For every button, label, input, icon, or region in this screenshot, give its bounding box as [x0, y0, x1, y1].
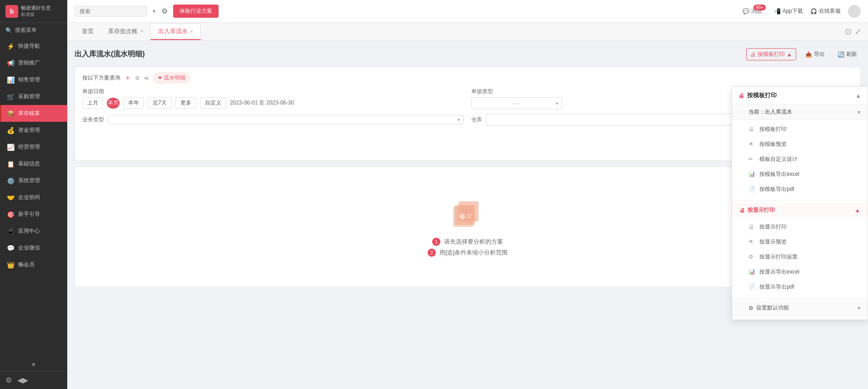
sidebar-footer: ⚙ ◀▶	[0, 371, 67, 389]
topbar-settings-icon[interactable]: ⚙	[161, 7, 168, 15]
sidebar-item-label: 营销推广	[18, 59, 40, 67]
dropdown-title: 按模板打印	[747, 91, 777, 100]
filter-add-icon[interactable]: ＋	[124, 73, 131, 83]
filter-business-label: 业务类型	[82, 116, 104, 124]
tab-home[interactable]: 首页	[75, 24, 101, 40]
display-section-icon: 🖨	[739, 207, 745, 214]
step-1-text: 请先选择要分析的方案	[444, 238, 503, 246]
sidebar-item-guide[interactable]: 🎯 新手引导	[0, 206, 67, 223]
tab-batch-label: 库存批次账	[108, 27, 138, 35]
dropdown-item-template-pdf[interactable]: 📄 按模板导出pdf	[732, 182, 868, 197]
default-section-icon: ⚙	[748, 305, 753, 311]
dropdown-item-template-excel[interactable]: 📊 按模板导出excel	[732, 167, 868, 182]
sidebar-scroll-down[interactable]: ▼	[0, 359, 67, 371]
date-range: 2023-06-01 至 2023-06-30	[230, 99, 294, 107]
tab-home-label: 首页	[82, 27, 94, 35]
dropdown-divider-2	[732, 298, 868, 299]
tab-batch-account[interactable]: 库存批次账 ×	[101, 24, 150, 40]
dropdown-collapse-icon[interactable]: ▲	[855, 92, 861, 99]
date-btn-this-month[interactable]: 本月	[107, 98, 120, 109]
sidebar-item-marketing[interactable]: 📢 营销推广	[0, 55, 67, 71]
sidebar-item-operation[interactable]: 📈 经营管理	[0, 139, 67, 155]
app-download-item[interactable]: 📲 App下载	[774, 7, 803, 15]
industry-btn[interactable]: 体验行业方案	[173, 5, 219, 18]
user-avatar[interactable]	[848, 5, 861, 18]
sidebar-item-label: 采购管理	[18, 93, 40, 100]
svg-rect-5	[467, 217, 470, 218]
step-2-text: 用[选]条件来缩小分析范围	[439, 249, 508, 257]
date-btn-more[interactable]: 更多	[175, 97, 196, 109]
date-btn-this-year[interactable]: 本年	[123, 97, 144, 109]
dropdown-item-template-print[interactable]: 🖨 按模板打印	[732, 122, 868, 137]
tab-flow-close-icon[interactable]: ×	[190, 29, 193, 34]
sidebar-item-sales[interactable]: 📊 销售管理	[0, 71, 67, 88]
sidebar-item-app-center[interactable]: 📱 应用中心	[0, 223, 67, 239]
date-btn-7days[interactable]: 近7天	[148, 97, 172, 109]
export-btn[interactable]: 📤 导出	[802, 49, 828, 60]
search-dropdown-icon[interactable]: ▾	[153, 8, 156, 15]
dropdown-default-section[interactable]: ⚙ 设置默认功能 ▾	[732, 300, 868, 316]
filter-voucher-arrow: ▾	[556, 101, 558, 106]
dropdown-print-icon: 🖨	[738, 92, 744, 99]
dropdown-current[interactable]: 当前：出入库流水 ▾	[732, 105, 868, 120]
search-input[interactable]	[75, 6, 147, 17]
topbar: ▾ ⚙ 体验行业方案 💬 消息 99+ 📲 App下载 🎧 在线客服	[67, 0, 868, 23]
dropdown-display-header[interactable]: 🖨 按显示打印 ▲	[732, 203, 868, 218]
date-btn-last-month[interactable]: 上月	[82, 97, 103, 109]
template-pdf-label: 按模板导出pdf	[759, 185, 794, 193]
message-item[interactable]: 💬 消息 99+	[743, 7, 762, 15]
sidebar-item-inventory[interactable]: 📦 库存核算	[0, 105, 67, 122]
date-btn-custom[interactable]: 自定义	[200, 97, 226, 109]
dropdown-item-display-settings[interactable]: ⚙ 按显示打印设置	[732, 249, 868, 264]
sidebar-item-cooperation[interactable]: 🤝 企业协同	[0, 189, 67, 206]
restore-icon[interactable]: ⊡	[845, 27, 851, 36]
empty-step-1: 1 请先选择要分析的方案	[432, 238, 503, 246]
sidebar-item-label: 基础信息	[18, 160, 40, 168]
filter-tag[interactable]: ❤ 流水明细	[153, 73, 190, 83]
filter-voucher-select[interactable]: ··· ▾	[471, 97, 562, 109]
sidebar-item-member[interactable]: 👑 畅会员	[0, 256, 67, 273]
sidebar-item-wechat[interactable]: 💬 企业微信	[0, 239, 67, 256]
sidebar-item-label: 快捷导航	[18, 42, 40, 50]
dropdown-item-template-preview[interactable]: 👁 按模板预览	[732, 137, 868, 152]
expand-icon[interactable]: ⤢	[855, 27, 861, 36]
empty-illustration	[449, 194, 486, 230]
marketing-icon: 📢	[7, 60, 15, 67]
main-area: ▾ ⚙ 体验行业方案 💬 消息 99+ 📲 App下载 🎧 在线客服 首页	[67, 0, 868, 389]
purchase-icon: 🛒	[7, 93, 15, 100]
template-preview-icon: 👁	[748, 141, 756, 148]
dropdown-display-section: 🖨 按显示打印 👁 按显示预览 ⚙ 按显示打印设置 📊 按显示导出excel 📄	[732, 218, 868, 296]
sidebar-search[interactable]: 🔍 搜索菜单	[0, 23, 67, 38]
sidebar-item-finance[interactable]: 💰 资金管理	[0, 122, 67, 139]
template-custom-label: 模板自定义设计	[759, 155, 798, 163]
display-section-collapse[interactable]: ▲	[855, 207, 860, 214]
sidebar-search-label: 搜索菜单	[15, 26, 37, 34]
dropdown-item-template-custom[interactable]: ✏ 模板自定义设计	[732, 152, 868, 167]
tab-flow[interactable]: 出入库流水 ×	[150, 23, 201, 40]
step-2-num: 2	[428, 249, 436, 257]
dropdown-item-display-print[interactable]: 🖨 按显示打印	[732, 219, 868, 234]
filter-gear-icon[interactable]: ⚙	[135, 75, 140, 81]
online-support-item[interactable]: 🎧 在线客服	[810, 7, 841, 15]
sidebar-item-purchase[interactable]: 🛒 采购管理	[0, 88, 67, 105]
sidebar-item-quick-nav[interactable]: ⚡ 快捷导航	[0, 38, 67, 55]
refresh-btn[interactable]: 🔄 刷新	[834, 49, 861, 60]
display-print-icon: 🖨	[748, 224, 756, 231]
dropdown-item-display-pdf[interactable]: 📄 按显示导出pdf	[732, 279, 868, 294]
print-template-btn[interactable]: 🖨 按模板打印 ▲	[746, 48, 796, 60]
sidebar-toggle-icon[interactable]: ◀▶	[17, 376, 28, 384]
online-support-label: 在线客服	[819, 7, 841, 15]
tab-batch-close-icon[interactable]: ×	[140, 29, 143, 34]
dropdown-item-display-excel[interactable]: 📊 按显示导出excel	[732, 264, 868, 279]
settings-icon[interactable]: ⚙	[5, 376, 12, 384]
sidebar-item-basic-info[interactable]: 📋 基础信息	[0, 155, 67, 172]
template-print-label: 按模板打印	[759, 125, 787, 133]
sidebar-item-system[interactable]: ⚙️ 系统管理	[0, 172, 67, 189]
filter-collapse-icon[interactable]: ≪	[144, 75, 150, 81]
display-pdf-icon: 📄	[748, 284, 756, 291]
guide-icon: 🎯	[7, 211, 15, 218]
dropdown-item-display-preview[interactable]: 👁 按显示预览	[732, 234, 868, 249]
filter-voucher-dots: ···	[512, 100, 520, 107]
filter-business-select[interactable]: ▾	[108, 115, 464, 125]
inventory-icon: 📦	[7, 110, 15, 117]
